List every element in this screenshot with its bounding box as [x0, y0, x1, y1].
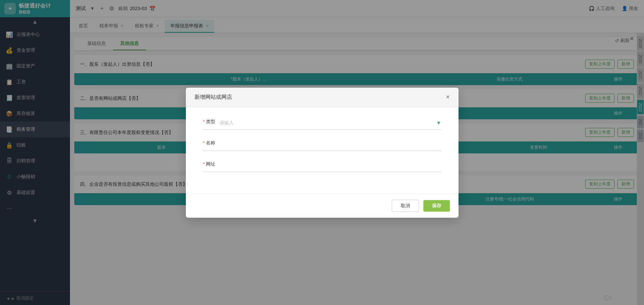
modal-header: 新增网站或网店 ×: [186, 88, 459, 107]
name-input-row: * 名称: [203, 140, 441, 151]
form-row-url: * 网址: [203, 161, 441, 172]
modal-add-website: 新增网站或网店 × * 类型 ▼ * 名: [186, 88, 459, 218]
save-button[interactable]: 保存: [423, 200, 450, 212]
form-row-type: * 类型 ▼: [203, 119, 441, 130]
name-label: * 名称: [203, 140, 216, 146]
type-input-row: * 类型 ▼: [203, 119, 441, 130]
form-row-name: * 名称: [203, 140, 441, 151]
modal-overlay[interactable]: 新增网站或网店 × * 类型 ▼ * 名: [0, 0, 644, 305]
name-input[interactable]: [220, 141, 441, 147]
url-label: * 网址: [203, 161, 216, 167]
cancel-button[interactable]: 取消: [392, 200, 419, 212]
modal-footer: 取消 保存: [186, 194, 459, 218]
type-input[interactable]: [220, 120, 432, 125]
modal-body: * 类型 ▼ * 名称: [186, 107, 459, 194]
modal-close-btn[interactable]: ×: [446, 93, 450, 101]
modal-title: 新增网站或网店: [194, 94, 232, 101]
url-input[interactable]: [220, 162, 441, 168]
url-input-row: * 网址: [203, 161, 441, 172]
type-dropdown-arrow[interactable]: ▼: [436, 120, 441, 126]
type-label: * 类型: [203, 119, 216, 125]
